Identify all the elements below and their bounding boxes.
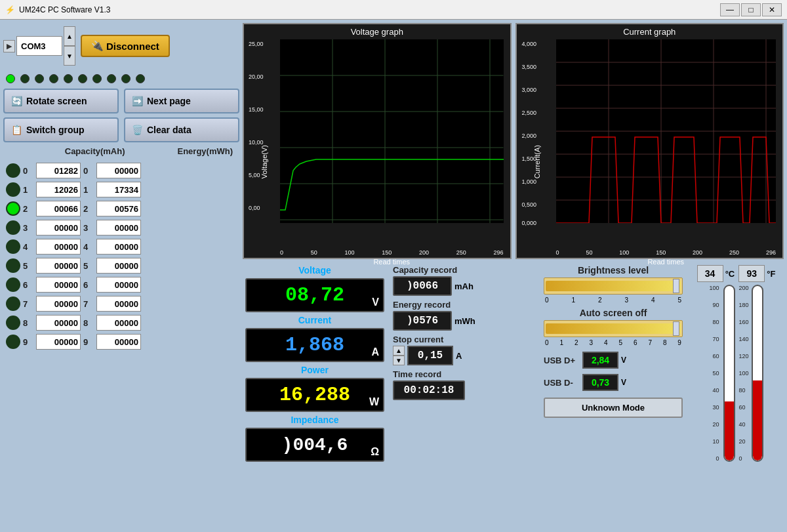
row-energy-num-0: 0 xyxy=(83,166,94,176)
com-port-input[interactable] xyxy=(16,36,62,56)
disconnect-label: Disconnect xyxy=(106,41,159,52)
row-energy-num-6: 6 xyxy=(83,280,94,290)
minimize-button[interactable]: — xyxy=(720,3,740,16)
row-num-9: 9 xyxy=(23,337,33,347)
indicator-6 xyxy=(92,74,102,83)
voltage-label: Voltage xyxy=(245,265,384,276)
voltage-unit: V xyxy=(372,297,379,308)
time-record-input[interactable] xyxy=(393,380,465,400)
indicator-0 xyxy=(6,74,15,83)
stop-current-down-button[interactable]: ▼ xyxy=(393,356,405,365)
capacity-input-9[interactable] xyxy=(36,334,81,350)
row-indicator-5 xyxy=(6,258,20,273)
celsius-unit: °C xyxy=(725,269,735,279)
capacity-input-4[interactable] xyxy=(36,239,81,255)
indicator-8 xyxy=(121,74,131,83)
capacity-input-0[interactable] xyxy=(36,163,81,178)
usb-dplus-label: USB D+ xyxy=(544,356,580,365)
rotate-icon: 🔄 xyxy=(11,96,22,106)
fahrenheit-unit: °F xyxy=(767,269,775,279)
time-record-label: Time record xyxy=(393,369,535,379)
current-graph-container: Current graph Current(A) 4,000 3,500 3,0… xyxy=(515,23,784,259)
fahrenheit-value: 93 xyxy=(738,265,765,282)
row-indicator-4 xyxy=(6,239,20,254)
stop-current-up-button[interactable]: ▲ xyxy=(393,346,405,356)
row-energy-num-4: 4 xyxy=(83,242,94,252)
energy-input-6[interactable] xyxy=(96,277,141,293)
row-indicator-2 xyxy=(6,201,20,216)
close-button[interactable]: ✕ xyxy=(762,3,782,16)
records-panel: Capacity record mAh Energy record mWh St… xyxy=(390,262,538,529)
maximize-button[interactable]: □ xyxy=(741,3,761,16)
capacity-record-input[interactable] xyxy=(393,276,452,296)
current-display: 1,868 A xyxy=(245,328,384,362)
com-up-button[interactable]: ▲ xyxy=(64,26,75,46)
title-bar: ⚡ UM24C PC Software V1.3 — □ ✕ xyxy=(0,0,787,20)
data-row-1: 1 1 xyxy=(3,182,239,197)
row-num-4: 4 xyxy=(23,242,33,252)
indicator-4 xyxy=(64,74,73,83)
data-row-2: 2 2 xyxy=(3,201,239,216)
thermometer-panel: 34 °C 93 °F xyxy=(689,262,784,529)
next-page-button[interactable]: ➡️ Next page xyxy=(124,89,239,113)
indicator-7 xyxy=(107,74,116,83)
next-label: Next page xyxy=(147,96,191,106)
stop-current-label: Stop current xyxy=(393,335,535,344)
energy-input-7[interactable] xyxy=(96,296,141,312)
capacity-input-5[interactable] xyxy=(36,258,81,274)
disconnect-button[interactable]: 🔌 Disconnect xyxy=(81,35,170,57)
clear-data-button[interactable]: 🗑️ Clear data xyxy=(124,117,239,142)
autooff-slider[interactable] xyxy=(544,320,683,337)
energy-input-9[interactable] xyxy=(96,334,141,350)
indicator-5 xyxy=(78,74,87,83)
energy-header: Energy(mWh) xyxy=(178,146,233,156)
right-panel: Voltage graph Voltage(V) 25,00 20,00 15,… xyxy=(243,23,784,529)
right-side-panel: Brightness level 0 1 2 3 4 5 xyxy=(541,262,685,529)
row-num-3: 3 xyxy=(23,223,33,233)
indicator-2 xyxy=(35,74,44,83)
power-label: Power xyxy=(245,365,384,375)
rotate-label: Rotate screen xyxy=(26,96,87,106)
data-row-6: 6 6 xyxy=(3,277,239,293)
brightness-slider[interactable] xyxy=(544,277,683,295)
capacity-input-3[interactable] xyxy=(36,220,81,235)
current-graph-title: Current graph xyxy=(517,24,783,39)
usb-dplus-value: 2,84 xyxy=(582,352,618,369)
current-x-label: Read times xyxy=(647,258,684,266)
voltage-graph-title: Voltage graph xyxy=(244,24,510,39)
data-row-0: 0 0 xyxy=(3,163,239,178)
energy-input-5[interactable] xyxy=(96,258,141,274)
capacity-input-7[interactable] xyxy=(36,296,81,312)
energy-input-4[interactable] xyxy=(96,239,141,255)
usb-dminus-value: 0,73 xyxy=(582,374,618,391)
energy-input-1[interactable] xyxy=(96,182,141,197)
autooff-label: Auto screen off xyxy=(544,308,683,318)
voltage-display: 08,72 V xyxy=(245,278,384,312)
rotate-screen-button[interactable]: 🔄 Rotate screen xyxy=(3,89,119,113)
capacity-input-2[interactable] xyxy=(36,201,81,216)
capacity-input-6[interactable] xyxy=(36,277,81,293)
stop-current-input[interactable] xyxy=(407,346,453,365)
energy-record-unit: mWh xyxy=(454,316,475,326)
capacity-input-8[interactable] xyxy=(36,315,81,331)
power-display: 16,288 W xyxy=(245,378,384,412)
energy-input-2[interactable] xyxy=(96,201,141,216)
power-unit: W xyxy=(369,396,379,408)
measurements-panel: Voltage 08,72 V Current 1,868 A Power 16… xyxy=(243,262,387,529)
current-value: 1,868 xyxy=(285,334,344,356)
row-num-8: 8 xyxy=(23,318,33,328)
com-down-button[interactable]: ▼ xyxy=(64,46,75,66)
row-indicator-7 xyxy=(6,297,20,311)
energy-record-input[interactable] xyxy=(393,311,452,331)
celsius-thermometer xyxy=(723,285,735,462)
energy-input-3[interactable] xyxy=(96,220,141,235)
unknown-mode-button[interactable]: Unknown Mode xyxy=(544,398,683,418)
row-energy-num-9: 9 xyxy=(83,337,94,347)
energy-input-0[interactable] xyxy=(96,163,141,178)
clear-icon: 🗑️ xyxy=(132,125,143,135)
switch-group-button[interactable]: 📋 Switch group xyxy=(3,117,119,142)
stop-current-unit: A xyxy=(456,351,462,361)
capacity-input-1[interactable] xyxy=(36,182,81,197)
row-num-2: 2 xyxy=(23,204,33,214)
energy-input-8[interactable] xyxy=(96,315,141,331)
